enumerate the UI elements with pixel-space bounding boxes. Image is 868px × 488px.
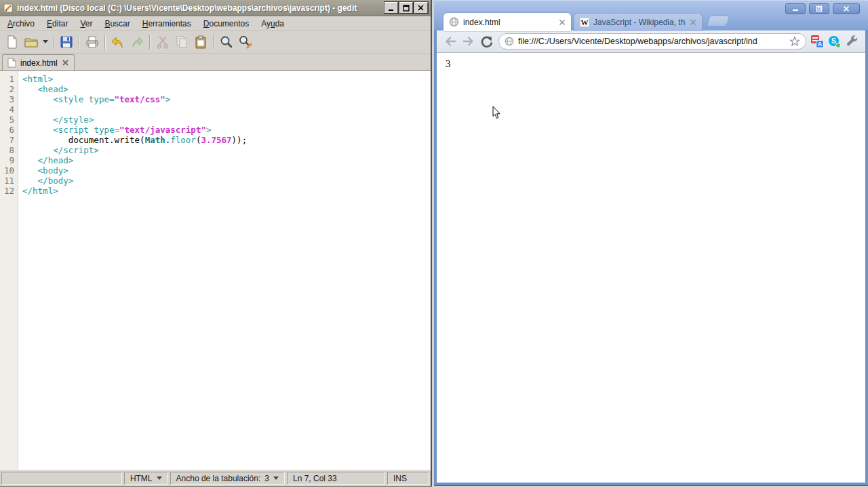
- address-bar[interactable]: file:///C:/Users/Vicente/Desktop/webapps…: [498, 33, 806, 49]
- new-document-button[interactable]: [3, 33, 22, 52]
- copy-button[interactable]: [172, 33, 191, 52]
- code-line[interactable]: <style type="text/css">: [22, 94, 431, 104]
- code-line[interactable]: <html>: [22, 74, 431, 84]
- web-page[interactable]: 3: [437, 53, 865, 483]
- menu-ayuda[interactable]: Ayuda: [255, 17, 290, 30]
- redo-button[interactable]: [127, 33, 146, 52]
- menu-herramientas[interactable]: Herramientas: [136, 17, 197, 30]
- menu-archivo[interactable]: Archivo: [1, 17, 41, 30]
- toolbar-separator: [104, 35, 106, 49]
- tab-width-selector[interactable]: Ancho de la tabulación: 3: [170, 472, 285, 485]
- gedit-window: index.html (Disco local (C:) \Users\Vice…: [0, 0, 432, 487]
- paste-button[interactable]: [191, 33, 210, 52]
- menu-documentos[interactable]: Documentos: [197, 17, 255, 30]
- code-line[interactable]: </head>: [22, 155, 431, 165]
- code-editor[interactable]: 123456789101112 <html> <head> <style typ…: [0, 70, 431, 470]
- line-number-gutter: 123456789101112: [0, 71, 18, 470]
- code-line[interactable]: [22, 104, 431, 115]
- open-button[interactable]: [22, 33, 41, 52]
- find-icon: [219, 35, 234, 49]
- paste-icon: [193, 35, 208, 49]
- close-icon: [843, 5, 850, 12]
- close-button[interactable]: [833, 3, 860, 14]
- browser-content-frame: file:///C:/Users/Vicente/Desktop/webapps…: [437, 30, 865, 483]
- find-replace-button[interactable]: [236, 33, 255, 52]
- desktop: index.html (Disco local (C:) \Users\Vice…: [0, 0, 868, 488]
- globe-icon: [449, 17, 459, 27]
- wrench-icon[interactable]: [845, 35, 859, 48]
- gedit-window-title: index.html (Disco local (C:) \Users\Vice…: [17, 3, 381, 13]
- editor-tab-index-html[interactable]: index.html: [2, 54, 75, 70]
- browser-tab-index-html[interactable]: index.html: [443, 13, 571, 31]
- line-number: 8: [0, 145, 14, 155]
- cursor-position-text: Ln 7, Col 33: [293, 474, 337, 483]
- back-icon[interactable]: [443, 35, 457, 47]
- gedit-titlebar[interactable]: index.html (Disco local (C:) \Users\Vice…: [0, 0, 431, 16]
- toolbar-separator: [79, 35, 80, 49]
- undo-button[interactable]: [108, 33, 127, 52]
- restore-button[interactable]: [809, 3, 829, 14]
- insert-mode-indicator: INS: [387, 472, 429, 485]
- restore-icon: [816, 5, 823, 12]
- star-icon[interactable]: [789, 36, 800, 47]
- tab-width-label: Ancho de la tabulación:: [176, 474, 261, 483]
- editor-tab-label: index.html: [20, 58, 58, 68]
- reload-icon[interactable]: [480, 35, 494, 48]
- line-number: 6: [0, 125, 14, 135]
- line-number: 5: [0, 115, 14, 125]
- copy-icon: [174, 35, 189, 49]
- forward-icon[interactable]: [462, 35, 475, 47]
- code-line[interactable]: document.write(Math.floor(3.7567));: [22, 135, 431, 145]
- cut-button[interactable]: [153, 33, 172, 52]
- close-button[interactable]: [414, 2, 428, 14]
- code-line[interactable]: </script>: [22, 145, 431, 155]
- gedit-toolbar: [0, 31, 431, 54]
- print-icon: [85, 35, 100, 49]
- skype-icon[interactable]: S: [829, 36, 840, 47]
- language-selector[interactable]: HTML: [124, 472, 168, 485]
- insert-mode-text: INS: [393, 474, 407, 483]
- minimize-button[interactable]: [785, 3, 806, 14]
- save-button[interactable]: [57, 33, 76, 52]
- mouse-cursor: [492, 106, 501, 119]
- code-line[interactable]: </html>: [22, 186, 431, 196]
- url-text[interactable]: file:///C:/Users/Vicente/Desktop/webapps…: [518, 37, 785, 46]
- tab-label: JavaScript - Wikipedia, the fre: [593, 18, 686, 27]
- undo-icon: [111, 35, 125, 49]
- browser-toolbar: file:///C:/Users/Vicente/Desktop/webapps…: [437, 30, 865, 53]
- code-line[interactable]: </style>: [22, 115, 431, 125]
- document-icon: [7, 58, 16, 68]
- browser-tab-strip[interactable]: index.html W JavaScript - Wikipedia, the…: [434, 0, 868, 30]
- minimize-button[interactable]: [384, 2, 398, 14]
- tab-close-icon[interactable]: [62, 59, 69, 66]
- chevron-down-icon: [273, 476, 279, 480]
- cursor-position: Ln 7, Col 33: [287, 472, 385, 485]
- line-number: 1: [0, 74, 14, 84]
- menu-buscar[interactable]: Buscar: [98, 17, 136, 30]
- menu-editar[interactable]: Editar: [41, 17, 74, 30]
- code-line[interactable]: </body>: [22, 176, 431, 186]
- chevron-down-icon: [157, 476, 162, 480]
- new-tab-button[interactable]: [706, 16, 730, 26]
- page-output-text: 3: [446, 58, 865, 70]
- code-line[interactable]: <head>: [22, 84, 431, 94]
- browser-window: index.html W JavaScript - Wikipedia, the…: [434, 0, 868, 485]
- print-button[interactable]: [83, 33, 102, 52]
- find-button[interactable]: [217, 33, 236, 52]
- line-number: 9: [0, 155, 14, 165]
- menu-ver[interactable]: Ver: [74, 17, 98, 30]
- code-line[interactable]: <body>: [22, 165, 431, 176]
- browser-tab-wikipedia[interactable]: W JavaScript - Wikipedia, the fre: [574, 13, 703, 31]
- code-line[interactable]: <script type="text/javascript">: [22, 125, 431, 135]
- code-text-area[interactable]: <html> <head> <style type="text/css"> </…: [18, 71, 431, 470]
- toolbar-separator: [149, 35, 151, 49]
- maximize-button[interactable]: [399, 2, 413, 14]
- tab-close-icon[interactable]: [690, 19, 696, 26]
- open-dropdown-button[interactable]: [41, 33, 50, 52]
- cut-icon: [155, 35, 170, 49]
- tab-close-icon[interactable]: [559, 19, 566, 26]
- minimize-icon: [387, 4, 395, 12]
- save-icon: [59, 35, 74, 49]
- find-replace-icon: [238, 35, 253, 49]
- translate-icon[interactable]: A: [811, 35, 824, 48]
